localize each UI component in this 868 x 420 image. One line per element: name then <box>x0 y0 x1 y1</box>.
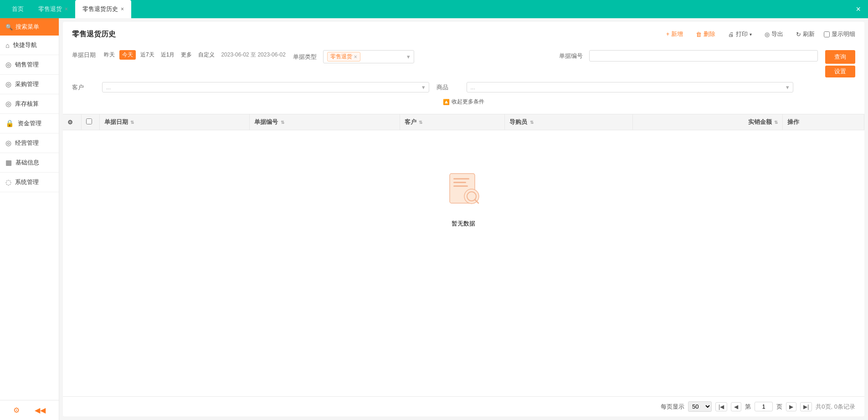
last-page-button[interactable]: ▶| <box>800 402 812 411</box>
sidebar: 🔍 搜索菜单 ⌂ 快捷导航 ◎ 销售管理 ◎ 采购管理 ◎ 库存核算 🔒 资金管… <box>0 18 59 420</box>
export-button-label: 导出 <box>771 30 783 38</box>
print-button[interactable]: 🖨 打印 ▾ <box>724 28 755 40</box>
th-settings[interactable]: ⚙ <box>63 114 81 130</box>
setting-button-label: 设置 <box>834 68 846 75</box>
th-customer-sort-icon[interactable]: ⇅ <box>419 120 422 125</box>
th-action: 操作 <box>783 114 864 130</box>
sidebar-item-basic-info[interactable]: ▦ 基础信息 <box>0 153 59 173</box>
date-7days-btn[interactable]: 近7天 <box>139 50 156 60</box>
date-custom-btn[interactable]: 自定义 <box>196 50 216 60</box>
date-more-btn[interactable]: 更多 <box>179 50 194 60</box>
operations-icon: ◎ <box>5 139 11 147</box>
th-date: 单据日期 ⇅ <box>99 114 250 130</box>
refresh-icon: ↻ <box>796 31 801 38</box>
customer-placeholder: ... <box>106 84 111 91</box>
sidebar-gear-button[interactable]: ⚙ <box>13 406 20 415</box>
table-container: ⚙ 单据日期 ⇅ 单据编号 ⇅ <box>63 114 864 396</box>
sidebar-item-operations-label: 经营管理 <box>15 139 39 147</box>
tab-home[interactable]: 首页 <box>5 0 31 18</box>
th-checkbox[interactable] <box>81 114 99 130</box>
goods-select[interactable]: ... ▾ <box>467 82 794 92</box>
page-number-input[interactable] <box>755 402 773 411</box>
collapse-label: 收起更多条件 <box>452 98 484 106</box>
next-page-button[interactable]: ▶ <box>786 402 796 411</box>
refresh-button-label: 刷新 <box>803 30 815 38</box>
select-all-checkbox[interactable] <box>86 118 92 124</box>
sidebar-volume-button[interactable]: ◀◀ <box>35 406 46 415</box>
date-today-btn[interactable]: 今天 <box>119 50 136 60</box>
add-button[interactable]: + 新增 <box>663 28 687 40</box>
sidebar-item-quick-nav-label: 快捷导航 <box>13 41 37 49</box>
th-customer-label: 客户 <box>405 118 416 125</box>
sidebar-item-sales-mgmt[interactable]: ◎ 销售管理 <box>0 55 59 75</box>
main-layout: 🔍 搜索菜单 ⌂ 快捷导航 ◎ 销售管理 ◎ 采购管理 ◎ 库存核算 🔒 资金管… <box>0 18 868 420</box>
customer-select[interactable]: ... ▾ <box>102 82 429 92</box>
voucher-type-tag: 零售退货 × <box>327 52 360 61</box>
tab-retail-return-label: 零售退货 <box>38 5 62 13</box>
voucher-no-input[interactable] <box>589 50 818 61</box>
basic-info-icon: ▦ <box>5 159 12 167</box>
sidebar-item-inventory[interactable]: ◎ 库存核算 <box>0 94 59 114</box>
th-no: 单据编号 ⇅ <box>250 114 400 130</box>
setting-button[interactable]: 设置 <box>825 66 855 77</box>
th-no-sort-icon[interactable]: ⇅ <box>281 120 284 125</box>
delete-icon: 🗑 <box>696 31 702 38</box>
sidebar-item-finance[interactable]: 🔒 资金管理 <box>0 114 59 133</box>
th-guide-label: 导购员 <box>509 118 527 125</box>
finance-icon: 🔒 <box>5 119 14 128</box>
top-bar: 首页 零售退货 × 零售退货历史 × × <box>0 0 868 18</box>
th-amount: 实销金额 ⇅ <box>632 114 783 130</box>
inventory-icon: ◎ <box>5 100 11 108</box>
delete-button[interactable]: 🗑 删除 <box>692 28 719 40</box>
page-word: 第 <box>745 403 751 411</box>
sidebar-item-operations[interactable]: ◎ 经营管理 <box>0 133 59 153</box>
tab-retail-return[interactable]: 零售退货 × <box>31 0 75 18</box>
print-button-label: 打印 <box>736 30 748 38</box>
sidebar-item-quick-nav[interactable]: ⌂ 快捷导航 <box>0 36 59 55</box>
page-header-top: 零售退货历史 + 新增 🗑 删除 🖨 打印 ▾ <box>72 28 855 40</box>
content-area: 零售退货历史 + 新增 🗑 删除 🖨 打印 ▾ <box>59 18 868 420</box>
data-table: ⚙ 单据日期 ⇅ 单据编号 ⇅ <box>63 114 864 264</box>
th-customer: 客户 ⇅ <box>400 114 505 130</box>
table-settings-icon[interactable]: ⚙ <box>67 119 73 126</box>
window-close-button[interactable]: × <box>848 5 868 14</box>
sidebar-bottom: ⚙ ◀◀ <box>0 400 59 420</box>
display-detail-label: 显示明细 <box>832 30 855 38</box>
sidebar-search[interactable]: 🔍 搜索菜单 <box>0 18 59 36</box>
sidebar-item-system-mgmt[interactable]: ◌ 系统管理 <box>0 173 59 192</box>
th-date-label: 单据日期 <box>104 118 128 125</box>
prev-page-button[interactable]: ◀ <box>731 402 741 411</box>
th-guide: 导购员 ⇅ <box>505 114 632 130</box>
first-page-button[interactable]: |◀ <box>715 402 727 411</box>
voucher-type-select[interactable]: 零售退货 × ▾ <box>323 50 414 63</box>
svg-rect-2 <box>453 182 466 183</box>
toolbar: + 新增 🗑 删除 🖨 打印 ▾ ◎ 导出 <box>663 28 855 40</box>
tab-retail-return-history[interactable]: 零售退货历史 × <box>75 0 131 18</box>
th-guide-sort-icon[interactable]: ⇅ <box>530 120 534 125</box>
filter-area: 单据日期 昨天 今天 近7天 近1月 更多 自定义 2023-06-02 至 2… <box>72 46 855 114</box>
query-button[interactable]: 查询 <box>825 50 855 64</box>
tab-retail-return-close[interactable]: × <box>65 6 68 12</box>
date-range-display: 2023-06-02 至 2023-06-02 <box>221 51 285 59</box>
date-yesterday-btn[interactable]: 昨天 <box>102 50 117 60</box>
svg-rect-3 <box>453 185 468 187</box>
sidebar-item-purchase-mgmt[interactable]: ◎ 采购管理 <box>0 75 59 94</box>
refresh-button[interactable]: ↻ 刷新 <box>792 28 818 40</box>
tab-retail-return-history-label: 零售退货历史 <box>82 5 118 13</box>
th-date-sort-icon[interactable]: ⇅ <box>130 120 134 125</box>
empty-text: 暂无数据 <box>452 220 475 228</box>
content-inner: 零售退货历史 + 新增 🗑 删除 🖨 打印 ▾ <box>63 22 864 416</box>
display-detail-toggle[interactable]: 显示明细 <box>824 30 855 38</box>
voucher-no-label: 单据编号 <box>559 52 586 60</box>
page-size-select[interactable]: 50 10 20 100 <box>688 401 712 412</box>
voucher-type-arrow-icon: ▾ <box>407 53 410 60</box>
voucher-type-tag-close[interactable]: × <box>354 54 357 60</box>
collapse-filters-btn[interactable]: 🔼 收起更多条件 <box>72 95 855 109</box>
th-amount-sort-icon[interactable]: ⇅ <box>774 120 778 125</box>
purchase-icon: ◎ <box>5 80 11 88</box>
export-button[interactable]: ◎ 导出 <box>761 28 787 40</box>
date-1month-btn[interactable]: 近1月 <box>159 50 177 60</box>
tab-retail-return-history-close[interactable]: × <box>121 6 124 12</box>
voucher-type-tag-text: 零售退货 <box>330 53 352 61</box>
display-detail-checkbox[interactable] <box>824 31 830 37</box>
